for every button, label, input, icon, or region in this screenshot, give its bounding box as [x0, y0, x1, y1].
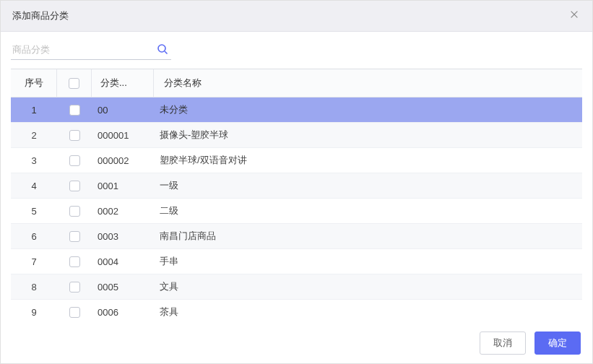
dialog-footer: 取消 确定 [1, 323, 592, 363]
cell-seq: 6 [11, 224, 57, 248]
cell-checkbox[interactable] [57, 224, 92, 248]
table-row[interactable]: 100未分类 [11, 98, 582, 123]
svg-line-3 [165, 51, 168, 54]
checkbox-icon [69, 231, 80, 242]
cell-name: 未分类 [154, 98, 582, 122]
checkbox-icon [69, 78, 79, 89]
cell-code: 0002 [92, 199, 154, 223]
cell-seq: 5 [11, 199, 57, 223]
dialog-body: 序号 分类... 分类名称 100未分类2000001摄像头-塑胶半球30000… [1, 32, 592, 323]
search-icon[interactable] [157, 43, 168, 55]
header-select-all[interactable] [57, 69, 92, 97]
cell-seq: 7 [11, 249, 57, 274]
close-button[interactable] [568, 9, 581, 22]
cell-seq: 9 [11, 300, 57, 323]
header-seq: 序号 [11, 69, 57, 97]
checkbox-icon [69, 206, 80, 217]
search-field [11, 40, 171, 60]
cell-code: 000001 [92, 123, 154, 147]
table-header: 序号 分类... 分类名称 [11, 69, 582, 98]
confirm-button[interactable]: 确定 [534, 332, 581, 355]
table-row[interactable]: 2000001摄像头-塑胶半球 [11, 123, 582, 148]
cell-name: 文具 [154, 274, 582, 299]
cell-code: 0004 [92, 249, 154, 274]
cell-checkbox[interactable] [57, 274, 92, 299]
cell-name: 手串 [154, 249, 582, 274]
cell-code: 000002 [92, 148, 154, 173]
table-row[interactable]: 70004手串 [11, 249, 582, 274]
checkbox-icon [69, 105, 80, 116]
svg-point-2 [158, 45, 165, 52]
checkbox-icon [69, 256, 80, 267]
header-code: 分类... [92, 69, 154, 97]
cell-seq: 4 [11, 173, 57, 198]
cell-code: 0001 [92, 173, 154, 198]
category-table: 序号 分类... 分类名称 100未分类2000001摄像头-塑胶半球30000… [11, 69, 582, 323]
cell-seq: 1 [11, 98, 57, 122]
table-body[interactable]: 100未分类2000001摄像头-塑胶半球3000002塑胶半球/双语音对讲40… [11, 98, 582, 323]
cell-checkbox[interactable] [57, 173, 92, 198]
dialog: 添加商品分类 序号 分类... 分类名称 100未分类2000001摄像头-塑胶… [0, 0, 593, 364]
cell-seq: 2 [11, 123, 57, 147]
cell-name: 茶具 [154, 300, 582, 323]
table-row[interactable]: 60003南昌门店商品 [11, 224, 582, 249]
dialog-header: 添加商品分类 [1, 1, 592, 32]
table-row[interactable]: 80005文具 [11, 274, 582, 300]
table-row[interactable]: 50002二级 [11, 199, 582, 224]
table-row[interactable]: 40001一级 [11, 173, 582, 199]
cell-code: 0006 [92, 300, 154, 323]
table-row[interactable]: 90006茶具 [11, 300, 582, 323]
cell-seq: 3 [11, 148, 57, 173]
cell-checkbox[interactable] [57, 123, 92, 147]
dialog-title: 添加商品分类 [12, 9, 69, 22]
cell-name: 南昌门店商品 [154, 224, 582, 248]
cell-name: 一级 [154, 173, 582, 198]
cell-name: 二级 [154, 199, 582, 223]
cell-checkbox[interactable] [57, 199, 92, 223]
close-icon [569, 9, 579, 20]
cell-checkbox[interactable] [57, 148, 92, 173]
checkbox-icon [69, 307, 80, 318]
cell-name: 摄像头-塑胶半球 [154, 123, 582, 147]
cell-code: 00 [92, 98, 154, 122]
search-input[interactable] [12, 44, 157, 55]
cancel-button[interactable]: 取消 [480, 332, 526, 355]
checkbox-icon [69, 130, 80, 141]
cell-checkbox[interactable] [57, 98, 92, 122]
checkbox-icon [69, 155, 80, 166]
checkbox-icon [69, 282, 80, 292]
cell-code: 0005 [92, 274, 154, 299]
checkbox-icon [69, 181, 80, 191]
cell-checkbox[interactable] [57, 300, 92, 323]
cell-code: 0003 [92, 224, 154, 248]
cell-seq: 8 [11, 274, 57, 299]
cell-checkbox[interactable] [57, 249, 92, 274]
header-name: 分类名称 [154, 69, 582, 97]
cell-name: 塑胶半球/双语音对讲 [154, 148, 582, 173]
table-row[interactable]: 3000002塑胶半球/双语音对讲 [11, 148, 582, 173]
